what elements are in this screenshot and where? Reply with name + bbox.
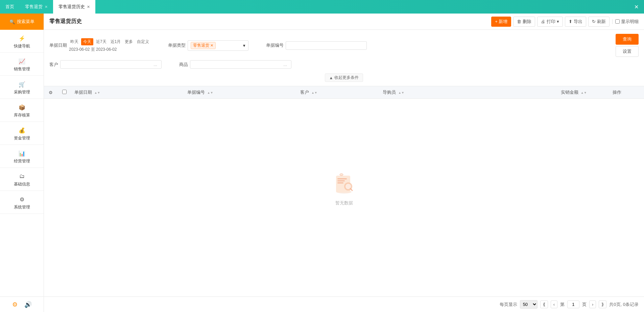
date-field: 单据日期 昨天 今天 近7天 近1月 更多 自定义 2023-06-02 至 2… [49,38,150,52]
per-page-select[interactable]: 50 10 20 100 [520,300,538,309]
search-icon: 🔍 [9,19,15,24]
th-customer: 客户 ▲▼ [297,86,379,99]
tab-retail-return-history[interactable]: 零售退货历史 ✕ [53,0,95,14]
display-detail-checkbox[interactable] [615,19,620,24]
quick-nav-icon: ⚡ [18,35,26,42]
th-guide: 导购员 ▲▼ [379,86,477,99]
system-icon: ⚙ [18,196,26,203]
table-header-row: ⚙ 单据日期 ▲▼ 单据编号 ▲▼ [44,86,644,99]
new-button[interactable]: + 新增 [491,17,511,27]
header-actions: + 新增 🗑 删除 🖨 打印 ▾ ⬆ 导出 ↻ 刷新 [491,17,639,27]
sidebar-nav: ⚡ 快捷导航 📈 销售管理 🛒 采购管理 📦 库存核算 💰 资金管理 📊 [0,30,44,296]
customer-sort-icon[interactable]: ▲▼ [311,91,317,94]
setting-button[interactable]: 设置 [616,46,639,57]
tab-retail-return-close[interactable]: ✕ [45,5,48,9]
date-today[interactable]: 今天 [81,38,93,45]
tab-home[interactable]: 首页 [0,0,20,14]
empty-state: 暂无数据 [44,99,644,296]
date-1month[interactable]: 近1月 [109,38,122,45]
sidebar-item-sales[interactable]: 📈 销售管理 [0,53,44,76]
tab-retail-return-history-close[interactable]: ✕ [87,5,90,9]
type-label: 单据类型 [168,42,186,48]
date-label: 单据日期 [49,42,67,48]
pagination: 每页显示 50 10 20 100 ⟪ ‹ 第 页 › ⟫ 共0页, 0条记录 [44,296,644,312]
th-no: 单据编号 ▲▼ [184,86,297,99]
export-button[interactable]: ⬆ 导出 [565,17,586,27]
empty-text: 暂无数据 [335,200,353,206]
amount-sort-icon[interactable]: ▲▼ [581,91,587,94]
guide-sort-icon[interactable]: ▲▼ [398,91,404,94]
date-more[interactable]: 更多 [123,38,134,45]
content-area: 零售退货历史 + 新增 🗑 删除 🖨 打印 ▾ ⬆ 导出 ↻ 刷新 [44,14,644,312]
last-page-button[interactable]: ⟫ [599,300,606,308]
svg-point-8 [340,174,343,176]
delete-button[interactable]: 🗑 删除 [513,17,535,27]
sidebar-item-basic-info[interactable]: 🗂 基础信息 [0,168,44,191]
svg-line-7 [350,188,352,191]
select-all-checkbox[interactable] [62,90,67,94]
collapse-icon: ▲ [329,75,333,80]
svg-rect-3 [337,180,345,181]
svg-rect-2 [337,178,347,179]
customer-label: 客户 [49,62,58,68]
type-tag-close[interactable]: ✕ [210,43,213,48]
date-shortcuts: 昨天 今天 近7天 近1月 更多 自定义 [69,38,150,45]
th-actions: 操作 [590,86,644,99]
date-custom[interactable]: 自定义 [136,38,150,45]
basic-info-icon: 🗂 [18,173,26,180]
first-page-button[interactable]: ⟪ [540,300,548,308]
date-yesterday[interactable]: 昨天 [69,38,80,45]
sidebar-item-finance[interactable]: 💰 资金管理 [0,122,44,145]
display-detail-label[interactable]: 显示明细 [615,19,639,25]
query-button[interactable]: 查询 [616,34,639,45]
page-title: 零售退货历史 [49,18,491,25]
type-select[interactable]: 零售退货 ✕ ▾ [188,40,248,51]
top-bar: 首页 零售退货 ✕ 零售退货历史 ✕ ✕ [0,0,644,14]
collapse-button[interactable]: ▲ 收起更多条件 [325,73,363,82]
customer-field: 客户 ... [49,60,162,69]
goods-label: 商品 [179,62,188,68]
sidebar-item-inventory[interactable]: 📦 库存核算 [0,99,44,122]
settings-footer-icon[interactable]: ⚙ [12,301,18,308]
sidebar: 🔍 搜索菜单 ⚡ 快捷导航 📈 销售管理 🛒 采购管理 📦 库存核算 💰 [0,14,44,312]
table-settings-icon[interactable]: ⚙ [49,90,53,95]
page-header: 零售退货历史 + 新增 🗑 删除 🖨 打印 ▾ ⬆ 导出 ↻ 刷新 [44,14,644,30]
customer-input[interactable]: ... [60,60,162,69]
page-input[interactable] [567,300,579,308]
print-button[interactable]: 🖨 打印 ▾ [537,17,563,27]
empty-icon [331,169,358,196]
sidebar-item-system[interactable]: ⚙ 系统管理 [0,191,44,214]
header-divider [612,19,613,24]
purchase-icon: 🛒 [18,81,26,88]
voucher-label: 单据编号 [266,42,284,48]
no-sort-icon[interactable]: ▲▼ [207,91,213,94]
prev-page-button[interactable]: ‹ [551,300,557,308]
refresh-icon: ↻ [592,19,596,24]
sidebar-item-quick-nav[interactable]: ⚡ 快捷导航 [0,30,44,53]
print-icon: 🖨 [541,19,545,24]
page-suffix: 页 [582,302,587,308]
sales-icon: 📈 [18,58,26,65]
date-range: 2023-06-02 至 2023-06-02 [69,47,150,52]
voucher-input[interactable] [286,41,367,50]
sidebar-search-label: 搜索菜单 [17,19,34,25]
tab-list: 首页 零售退货 ✕ 零售退货历史 ✕ [0,0,629,14]
next-page-button[interactable]: › [589,300,596,308]
audio-footer-icon[interactable]: 🔊 [24,301,32,308]
sidebar-item-operations[interactable]: 📊 经营管理 [0,145,44,168]
type-tag: 零售退货 ✕ [191,42,216,49]
filter-row-1: 单据日期 昨天 今天 近7天 近1月 更多 自定义 2023-06-02 至 2… [49,34,639,57]
sidebar-item-purchase[interactable]: 🛒 采购管理 [0,76,44,99]
per-page-label: 每页显示 [500,302,517,308]
window-close-button[interactable]: ✕ [629,4,644,10]
svg-rect-4 [337,182,343,183]
date-sort-icon[interactable]: ▲▼ [94,91,100,94]
th-settings: ⚙ [44,86,57,99]
tab-retail-return[interactable]: 零售退货 ✕ [20,0,53,14]
goods-input[interactable]: ... [190,60,291,69]
inventory-icon: 📦 [18,104,26,111]
refresh-button[interactable]: ↻ 刷新 [588,17,610,27]
date-7days[interactable]: 近7天 [95,38,108,45]
sidebar-search[interactable]: 🔍 搜索菜单 [0,14,44,30]
th-checkbox [57,86,71,99]
